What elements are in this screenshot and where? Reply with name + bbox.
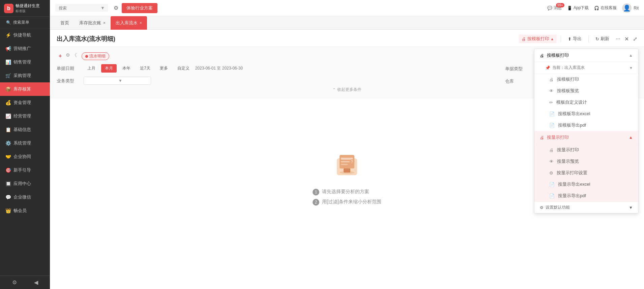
collapse-footer-icon[interactable]: ◀ xyxy=(34,279,38,286)
empty-step-2: 2 用[过滤]条件来缩小分析范围 xyxy=(313,199,381,206)
display-print-settings-item[interactable]: ⚙ 按显示打印设置 xyxy=(534,167,638,179)
app-center-label: 应用中心 xyxy=(13,181,31,187)
avatar[interactable]: 👤 xyxy=(622,3,632,13)
collab-label: 企业协同 xyxy=(13,154,31,160)
topbar-search-input[interactable] xyxy=(59,6,99,10)
sidebar-search[interactable]: 🔍 搜索菜单 xyxy=(0,17,50,28)
sidebar-item-marketing[interactable]: 📢营销推广 xyxy=(0,42,50,55)
tab-batch-account[interactable]: 库存批次账 × xyxy=(74,16,111,30)
message-btn[interactable]: 💬 消息 99+ xyxy=(547,5,562,11)
sidebar-item-inventory[interactable]: 📦库存核算 xyxy=(0,82,50,96)
marketing-label: 营销推广 xyxy=(13,46,31,52)
display-print-item[interactable]: 🖨 按显示打印 xyxy=(534,144,638,156)
template-print-title: 🖨 按模板打印 xyxy=(540,52,569,58)
sidebar-item-basic-info[interactable]: 📋基础信息 xyxy=(0,123,50,136)
app-download-btn[interactable]: 📱 App下载 xyxy=(567,5,589,11)
page-header: 出入库流水(流水明细) 🖨 按模板打印 ▲ ⬆ 导出 ↻ 刷新 ··· xyxy=(50,30,644,47)
sidebar-item-enterprise-wechat[interactable]: 💬企业微信 xyxy=(0,190,50,204)
settings-footer-icon[interactable]: ⚙ xyxy=(12,279,17,286)
expand-icon[interactable]: ⤢ xyxy=(633,36,637,42)
sidebar-item-guide[interactable]: 🎯新手引导 xyxy=(0,163,50,177)
sidebar-item-finance[interactable]: 💰资金管理 xyxy=(0,96,50,109)
flow-detail-tag[interactable]: 流水明细 xyxy=(82,52,109,60)
date-7days[interactable]: 近7天 xyxy=(136,64,154,73)
date-this-year[interactable]: 本年 xyxy=(119,64,134,73)
topbar: ▼ ⚙ 体验行业方案 💬 消息 99+ 📱 App下载 🎧 在线客服 👤 Rit xyxy=(50,0,644,16)
export-icon: ⬆ xyxy=(568,36,572,42)
svg-rect-4 xyxy=(341,164,348,165)
refresh-label: 刷新 xyxy=(601,36,609,42)
online-service-btn[interactable]: 🎧 在线客服 xyxy=(594,5,617,11)
template-excel-item[interactable]: 📄 按模板导出excel xyxy=(534,108,638,120)
sidebar-item-member[interactable]: 👑畅会员 xyxy=(0,204,50,217)
template-preview-item-label: 按模板预览 xyxy=(557,88,579,94)
refresh-btn[interactable]: ↻ 刷新 xyxy=(593,34,612,43)
finance-icon: 💰 xyxy=(5,100,11,105)
basic-info-icon: 📋 xyxy=(5,127,11,132)
topbar-search-box[interactable]: ▼ xyxy=(55,4,108,12)
tab-close-flow[interactable]: × xyxy=(140,21,142,25)
business-type-select[interactable]: ▼ xyxy=(84,77,151,85)
dropdown-footer[interactable]: ⚙ 设置默认功能 ▼ xyxy=(534,202,638,213)
sidebar-item-app-center[interactable]: 🔲应用中心 xyxy=(0,177,50,190)
display-pdf-item[interactable]: 📄 按显示导出pdf xyxy=(534,190,638,202)
current-template-row[interactable]: 📌 当前：出入库流水 ▼ xyxy=(534,62,638,74)
sidebar-item-purchase[interactable]: 🛒采购管理 xyxy=(0,69,50,82)
template-design-item[interactable]: ✏ 模板自定义设计 xyxy=(534,97,638,108)
template-print-item[interactable]: 🖨 按模板打印 xyxy=(534,74,638,85)
sidebar-item-quick-nav[interactable]: ⚡快捷导航 xyxy=(0,28,50,42)
tab-home[interactable]: 首页 xyxy=(55,16,74,30)
sidebar-item-system[interactable]: ⚙️系统管理 xyxy=(0,136,50,150)
page-actions: 🖨 按模板打印 ▲ ⬆ 导出 ↻ 刷新 ··· ✕ ⤢ xyxy=(519,34,637,43)
sales-label: 销售管理 xyxy=(13,59,31,65)
export-btn[interactable]: ⬆ 导出 xyxy=(565,34,584,43)
close-icon[interactable]: ✕ xyxy=(624,36,629,42)
date-more[interactable]: 更多 xyxy=(156,64,172,73)
sidebar-item-collab[interactable]: 🤝企业协同 xyxy=(0,150,50,163)
sidebar-item-operation[interactable]: 📈经营管理 xyxy=(0,109,50,123)
flow-detail-label: 流水明细 xyxy=(89,53,106,59)
tab-close-batch-account[interactable]: × xyxy=(103,21,106,25)
print-template-label: 按模板打印 xyxy=(527,36,549,42)
template-section-chevron: ▲ xyxy=(629,53,633,58)
action-divider2 xyxy=(588,35,589,42)
step-num-1: 1 xyxy=(313,189,319,195)
template-print-header[interactable]: 🖨 按模板打印 ▲ xyxy=(534,49,638,62)
app-name: 畅捷通好生意 xyxy=(16,3,40,9)
display-print-header[interactable]: 🖨 按显示打印 ▲ xyxy=(534,131,638,144)
display-preview-item[interactable]: 👁 按显示预览 xyxy=(534,156,638,167)
sidebar-item-sales[interactable]: 📊销售管理 xyxy=(0,55,50,69)
more-icon[interactable]: ··· xyxy=(616,36,620,42)
template-preview-item[interactable]: 👁 按模板预览 xyxy=(534,85,638,97)
user-area[interactable]: 👤 Rit xyxy=(622,3,639,13)
display-preview-icon: 👁 xyxy=(549,159,554,164)
page-title: 出入库流水(流水明细) xyxy=(57,35,115,43)
topbar-gear-icon[interactable]: ⚙ xyxy=(114,5,118,11)
operation-label: 经营管理 xyxy=(13,113,31,119)
app-download-label: App下载 xyxy=(574,5,589,11)
display-excel-item[interactable]: 📄 按显示导出excel xyxy=(534,179,638,190)
date-custom[interactable]: 自定义 xyxy=(174,64,193,73)
collapse-conditions-btn[interactable]: ⌃ 收起更多条件 xyxy=(332,87,361,93)
svg-text:?: ? xyxy=(351,160,353,164)
display-pdf-icon: 📄 xyxy=(549,193,555,199)
template-pdf-item[interactable]: 📄 按模板导出pdf xyxy=(534,120,638,131)
date-last-month[interactable]: 上月 xyxy=(84,64,99,73)
current-template-info: 📌 当前：出入库流水 xyxy=(545,65,585,71)
tab-flow[interactable]: 出入库流水 × xyxy=(111,16,147,30)
default-setting-label: 设置默认功能 xyxy=(546,205,570,210)
filter-collapse-btn[interactable]: 《 xyxy=(72,52,77,58)
user-name[interactable]: Rit xyxy=(634,6,639,10)
operation-icon: 📈 xyxy=(5,113,11,119)
inventory-label: 库存核算 xyxy=(13,86,31,92)
page-content: 出入库流水(流水明细) 🖨 按模板打印 ▲ ⬆ 导出 ↻ 刷新 ··· xyxy=(50,30,644,289)
display-print-section: 🖨 按显示打印 ▲ 🖨 按显示打印 👁 按显示预览 ⚙ 按显示打印设置 xyxy=(534,131,638,202)
tabbar: 首页库存批次账 ×出入库流水 × xyxy=(50,16,644,30)
date-this-month[interactable]: 本月 xyxy=(101,64,117,73)
filter-add-btn[interactable]: + xyxy=(57,52,64,60)
industry-btn[interactable]: 体验行业方案 xyxy=(122,3,157,13)
collab-icon: 🤝 xyxy=(5,154,11,159)
filter-settings-btn[interactable]: ⚙ xyxy=(66,52,70,58)
print-template-btn[interactable]: 🖨 按模板打印 ▲ xyxy=(519,34,557,43)
display-excel-item-label: 按显示导出excel xyxy=(558,181,590,187)
